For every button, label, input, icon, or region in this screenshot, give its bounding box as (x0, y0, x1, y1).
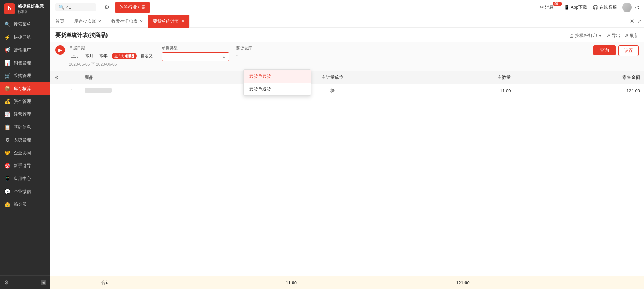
type-filter-input[interactable]: ▲ (162, 52, 229, 61)
sidebar-collapse-button[interactable]: ◀ (41, 280, 46, 285)
warehouse-more-icon[interactable]: ··· (236, 52, 240, 58)
page-actions: 🖨 按模板打印 ▼ ↗ 导出 ↺ 刷新 (569, 32, 639, 39)
sidebar-item-basic[interactable]: 📋 基础信息 (0, 121, 50, 134)
type-dropdown-arrow[interactable]: ▲ (222, 54, 226, 59)
sidebar: b 畅捷通好生意 标准版 🔍 搜索菜单 ⚡ 快捷导航 📢 营销推广 📊 销售管理… (0, 0, 50, 289)
sidebar-item-system[interactable]: ⚙ 系统管理 (0, 134, 50, 147)
sidebar-item-finance[interactable]: 💰 资金管理 (0, 95, 50, 108)
tabs-bar: 首页 库存批次账 ✕ 收发存汇总表 ✕ 要货单统计表 ✕ ✕ ⤢ (50, 15, 644, 28)
money-icon: 💰 (4, 98, 11, 105)
chart-icon: 📊 (4, 60, 11, 66)
date-custom[interactable]: 自定义 (139, 52, 155, 60)
type-dropdown-menu: 要货单要货 要货单退货 (243, 69, 311, 96)
sidebar-item-purchase[interactable]: 🛒 采购管理 (0, 69, 50, 82)
trial-button[interactable]: 体验行业方案 (115, 2, 150, 13)
online-service-button[interactable]: 🎧 在线客服 (593, 4, 617, 10)
date-7days[interactable]: 近7天更多 (112, 53, 137, 59)
messages-badge: 99+ (553, 2, 562, 6)
dropdown-item-demand-order[interactable]: 要货单要货 (244, 70, 311, 83)
topbar-settings-icon[interactable]: ⚙ (104, 4, 109, 10)
row-index: 1 (64, 84, 80, 97)
box-icon: 📦 (4, 86, 11, 92)
date-this-year[interactable]: 本年 (97, 52, 110, 60)
summary-quantity: 11.00 (282, 276, 452, 289)
app-logo-icon: b (4, 3, 15, 14)
summary-amount: 121.00 (452, 276, 644, 289)
col-quantity: 主数量 (408, 71, 515, 84)
tabs-right: ✕ ⤢ (630, 18, 641, 24)
filter-expand-button[interactable]: ▶ (55, 45, 65, 55)
messages-button[interactable]: ✉ 消息 99+ (540, 4, 558, 10)
warehouse-filter-label: 要货仓库 (236, 45, 252, 51)
download-icon: 📱 (564, 5, 569, 10)
mobile-icon: 📱 (4, 176, 11, 182)
crown-icon: 👑 (4, 201, 11, 207)
tab-fullscreen-icon[interactable]: ⤢ (637, 18, 641, 24)
export-button[interactable]: ↗ 导出 (606, 32, 620, 39)
table-settings-icon[interactable]: ⚙ (55, 75, 59, 80)
flash-icon: ⚡ (4, 34, 11, 40)
date-range-display: 2023-05-06 至 2023-06-06 (69, 62, 155, 67)
sidebar-item-apps[interactable]: 📱 应用中心 (0, 172, 50, 185)
refresh-icon: ↺ (624, 33, 628, 38)
main-content: 🔍 41 ⚙ 体验行业方案 ✉ 消息 99+ 📱 App下载 🎧 在线客服 (50, 0, 644, 289)
date-filter-group: 单据日期 上月 本月 本年 近7天更多 自定义 2023-05-06 至 202… (69, 45, 155, 67)
tab-collect-summary[interactable]: 收发存汇总表 ✕ (106, 15, 148, 28)
topbar-search[interactable]: 🔍 41 (55, 3, 96, 11)
sidebar-item-sales[interactable]: 📊 销售管理 (0, 57, 50, 69)
handshake-icon: 🤝 (4, 150, 11, 156)
sidebar-item-marketing[interactable]: 📢 营销推广 (0, 44, 50, 57)
row-quantity: 11.00 (408, 84, 515, 97)
summary-row: 合计 11.00 121.00 (50, 276, 644, 289)
sidebar-item-enterprise[interactable]: 🤝 企业协同 (0, 147, 50, 159)
filter-actions: 查询 设置 (593, 45, 639, 56)
user-name: Rit (633, 5, 639, 10)
date-last-month[interactable]: 上月 (69, 52, 81, 60)
summary-table: 合计 11.00 121.00 (50, 276, 644, 289)
filter-groups: 单据日期 上月 本月 本年 近7天更多 自定义 2023-05-06 至 202… (69, 45, 593, 67)
date-this-month[interactable]: 本月 (83, 52, 95, 60)
sidebar-item-member[interactable]: 👑 畅会员 (0, 198, 50, 211)
query-button[interactable]: 查询 (593, 45, 616, 55)
app-download-button[interactable]: 📱 App下载 (564, 4, 587, 10)
type-filter-label: 单据类型 (162, 45, 229, 51)
page-body: 要货单统计表(按商品) 🖨 按模板打印 ▼ ↗ 导出 ↺ 刷新 ▶ (50, 28, 644, 289)
filter-settings-button[interactable]: 设置 (618, 45, 639, 56)
warehouse-filter-group: 要货仓库 ··· (236, 45, 252, 58)
sidebar-item-guide[interactable]: 🎯 新手引导 (0, 159, 50, 172)
row-checkbox[interactable] (50, 84, 64, 97)
tab-close-all-icon[interactable]: ✕ (630, 18, 634, 24)
sidebar-footer: ⚙ ◀ (0, 275, 50, 289)
summary-label: 合计 (97, 276, 248, 289)
table-container: ⚙ 商品 主计量单位 主数量 零售金额 1 (50, 71, 644, 276)
col-product: 商品 (80, 71, 257, 84)
tab-close-collect-summary[interactable]: ✕ (140, 19, 143, 23)
col-amount: 零售金额 (515, 71, 644, 84)
tab-demand-summary[interactable]: 要货单统计表 ✕ (148, 15, 190, 28)
target-icon: 🎯 (4, 163, 11, 169)
user-profile[interactable]: Rit (622, 3, 639, 12)
print-button[interactable]: 🖨 按模板打印 ▼ (569, 32, 602, 39)
date-filter-row: 上月 本月 本年 近7天更多 自定义 (69, 52, 155, 60)
tab-close-demand-summary[interactable]: ✕ (181, 19, 185, 23)
sidebar-item-shortcut[interactable]: ⚡ 快捷导航 (0, 31, 50, 44)
date-filter-label: 单据日期 (69, 45, 155, 51)
type-filter-group: 单据类型 ▲ (162, 45, 229, 61)
type-filter-text[interactable] (165, 54, 222, 59)
sidebar-item-operations[interactable]: 📈 经营管理 (0, 108, 50, 121)
print-dropdown-icon[interactable]: ▼ (598, 34, 602, 38)
dropdown-item-demand-return[interactable]: 要货单退货 (244, 83, 311, 95)
tab-close-inventory-batch[interactable]: ✕ (98, 19, 101, 23)
sidebar-item-search[interactable]: 🔍 搜索菜单 (0, 18, 50, 31)
tab-inventory-batch[interactable]: 库存批次账 ✕ (69, 15, 106, 28)
col-index (64, 71, 80, 84)
sidebar-item-inventory[interactable]: 📦 库存核算 (0, 82, 50, 95)
refresh-button[interactable]: ↺ 刷新 (624, 32, 639, 39)
topbar-num: 41 (66, 5, 71, 10)
footer-settings-icon[interactable]: ⚙ (4, 279, 9, 286)
stats-icon: 📈 (4, 111, 11, 117)
list-icon: 📋 (4, 124, 11, 130)
sidebar-item-wechat[interactable]: 💬 企业微信 (0, 185, 50, 198)
topbar-right: ✉ 消息 99+ 📱 App下载 🎧 在线客服 Rit (540, 3, 639, 12)
tab-home[interactable]: 首页 (53, 15, 69, 28)
